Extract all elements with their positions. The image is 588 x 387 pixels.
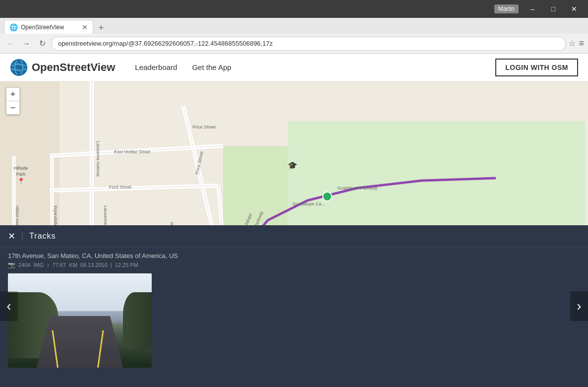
svg-rect-7 xyxy=(288,121,585,225)
svg-text:📍: 📍 xyxy=(17,177,25,185)
img-count: 2404 xyxy=(18,262,30,268)
new-tab-button[interactable]: + xyxy=(95,22,107,34)
svg-text:East Moitke Street: East Moitke Street xyxy=(114,149,151,154)
road-surface xyxy=(37,316,123,368)
track-thumbnail[interactable] xyxy=(8,273,152,368)
distance-value: 77.67 xyxy=(53,262,66,268)
logo-text: OpenStreetView xyxy=(32,61,115,74)
svg-text:Lausanne Avenue: Lausanne Avenue xyxy=(96,141,101,177)
app-content: OpenStreetView Leaderboard Get the App L… xyxy=(0,54,588,387)
nav-links: Leaderboard Get the App xyxy=(135,63,495,71)
svg-text:🎓: 🎓 xyxy=(288,161,297,170)
track-meta: 📷 2404 IMG ↕ 77.67 KM 08.13.2016 | 12:25… xyxy=(8,261,580,268)
zoom-in-button[interactable]: + xyxy=(6,88,19,101)
window-controls: – □ ✕ xyxy=(523,2,584,16)
tab-favicon: 🌐 xyxy=(9,23,18,31)
distance-unit: KM xyxy=(69,262,77,268)
tab-title: OpenStreetView xyxy=(21,24,64,31)
svg-text:Guadalupe Ca...: Guadalupe Ca... xyxy=(293,201,325,206)
user-badge: Martin xyxy=(494,4,519,13)
track-address: 17th Avenue, San Mateo, CA, United State… xyxy=(8,252,580,259)
road-image xyxy=(8,273,152,368)
back-button[interactable]: ← xyxy=(4,37,17,50)
date-value: 08.13.2016 xyxy=(80,262,108,268)
panel-content: 17th Avenue, San Mateo, CA, United State… xyxy=(0,247,588,387)
trees-right xyxy=(123,292,152,349)
maximize-button[interactable]: □ xyxy=(543,2,563,16)
svg-text:Ford Street: Ford Street xyxy=(109,185,132,190)
svg-text:Abbot Avenue: Abbot Avenue xyxy=(15,205,20,225)
close-button[interactable]: ✕ xyxy=(564,2,584,16)
meta-separator: | xyxy=(111,262,112,268)
panel-close-button[interactable]: ✕ xyxy=(8,231,15,242)
svg-text:Hillside: Hillside xyxy=(13,166,28,171)
logo: OpenStreetView xyxy=(10,59,115,76)
camera-icon: 📷 xyxy=(8,261,15,268)
title-bar: Martin – □ ✕ xyxy=(0,0,588,18)
tracks-panel: ✕ | Tracks 17th Avenue, San Mateo, CA, U… xyxy=(0,225,588,387)
browser-tab[interactable]: 🌐 OpenStreetView ✕ xyxy=(4,20,93,34)
login-button[interactable]: LOGIN WITH OSM xyxy=(495,59,578,76)
svg-text:Park: Park xyxy=(16,172,26,177)
svg-text:Guadalupe Parkway: Guadalupe Parkway xyxy=(337,186,378,191)
minimize-button[interactable]: – xyxy=(523,2,542,16)
navbar: OpenStreetView Leaderboard Get the App L… xyxy=(0,54,588,81)
map-container[interactable]: Lausanne Avenue Lausanne Avenue East Moi… xyxy=(0,81,588,225)
distance-icon: ↕ xyxy=(47,262,50,268)
time-value: 12:25 PM xyxy=(115,262,138,268)
img-label: IMG xyxy=(33,262,44,268)
tab-bar: 🌐 OpenStreetView ✕ + xyxy=(0,18,588,34)
address-bar: ← → ↻ ☆ ≡ xyxy=(0,34,588,54)
leaderboard-link[interactable]: Leaderboard xyxy=(135,63,177,71)
svg-text:Lausanne Avenue: Lausanne Avenue xyxy=(103,205,108,225)
logo-globe-icon xyxy=(10,59,28,76)
svg-text:Wyandotte Ave: Wyandotte Ave xyxy=(53,205,58,225)
next-button[interactable]: › xyxy=(570,291,588,321)
zoom-controls: + − xyxy=(6,87,20,115)
browser-menu-icon[interactable]: ≡ xyxy=(579,38,584,49)
map-svg: Lausanne Avenue Lausanne Avenue East Moi… xyxy=(0,81,588,225)
panel-divider: | xyxy=(21,232,23,241)
panel-header: ✕ | Tracks xyxy=(0,225,588,247)
forward-button[interactable]: → xyxy=(20,37,33,50)
bookmark-icon[interactable]: ☆ xyxy=(569,39,576,48)
tab-close-button[interactable]: ✕ xyxy=(82,23,88,31)
zoom-out-button[interactable]: − xyxy=(6,101,19,114)
svg-text:Price Street: Price Street xyxy=(192,125,216,129)
url-input[interactable] xyxy=(52,37,566,51)
prev-button[interactable]: ‹ xyxy=(0,291,18,321)
panel-title: Tracks xyxy=(29,232,56,241)
browser-window: Martin – □ ✕ 🌐 OpenStreetView ✕ + ← → ↻ … xyxy=(0,0,588,387)
get-app-link[interactable]: Get the App xyxy=(192,63,231,71)
reload-button[interactable]: ↻ xyxy=(36,37,49,50)
svg-point-22 xyxy=(323,192,332,201)
